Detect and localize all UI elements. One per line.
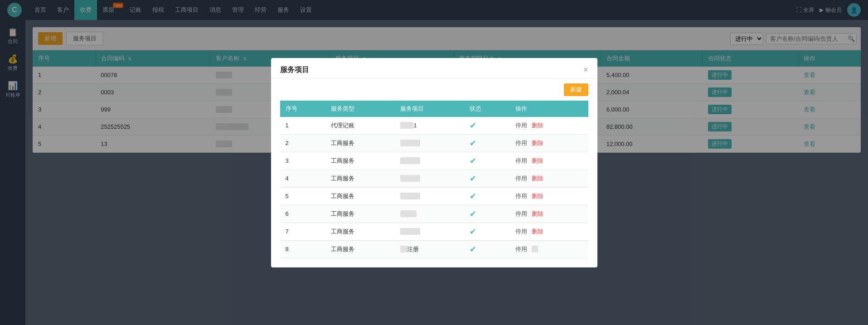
modal-table-row: 3 工商服务 ✔ 停用 删除	[280, 152, 588, 170]
modal-cell-type: 工商服务	[325, 134, 395, 152]
modal-col-type: 服务类型	[325, 101, 395, 117]
modal-table-header: 序号 服务类型 服务项目 状态 操作	[280, 101, 588, 117]
modal-toolbar: 新建	[271, 79, 597, 101]
modal-cell-type: 工商服务	[325, 187, 395, 205]
modal-col-item: 服务项目	[395, 101, 464, 117]
stop-link[interactable]: 停用	[515, 140, 527, 146]
modal-table-row: 7 工商服务 ✔ 停用 删除	[280, 223, 588, 240]
modal-cell-action[interactable]: 停用	[510, 240, 588, 258]
modal-cell-seq: 7	[280, 223, 326, 240]
stop-link[interactable]: 停用	[515, 210, 527, 217]
delete-link[interactable]: 删除	[532, 122, 543, 129]
status-check-icon: ✔	[470, 209, 476, 218]
modal-cell-seq: 4	[280, 170, 326, 187]
modal-cell-status: ✔	[464, 170, 510, 187]
modal-overlay[interactable]: 服务项目 × 新建 序号 服务类型 服务项目 状态 操作 1 代理记账	[0, 0, 868, 325]
modal-cell-seq: 1	[280, 117, 326, 135]
modal-cell-item	[395, 223, 464, 240]
modal-table-row: 8 工商服务 注册 ✔ 停用	[280, 240, 588, 258]
stop-link[interactable]: 停用	[515, 246, 527, 252]
status-check-icon: ✔	[470, 192, 476, 201]
modal-table-row: 2 工商服务 ✔ 停用 删除	[280, 134, 588, 152]
modal-cell-type: 工商服务	[325, 170, 395, 187]
modal-cell-status: ✔	[464, 240, 510, 258]
modal-cell-action[interactable]: 停用 删除	[510, 117, 588, 135]
modal-cell-action[interactable]: 停用 删除	[510, 152, 588, 170]
modal-body: 序号 服务类型 服务项目 状态 操作 1 代理记账 1 ✔ 停用 删除 2 工商…	[271, 101, 597, 267]
modal-table-row: 5 工商服务 ✔ 停用 删除	[280, 187, 588, 205]
delete-link[interactable]: 删除	[532, 140, 543, 146]
status-check-icon: ✔	[470, 121, 476, 130]
delete-link[interactable]: 删除	[532, 157, 543, 164]
stop-link[interactable]: 停用	[515, 228, 527, 235]
status-check-icon: ✔	[470, 245, 476, 254]
modal-cell-seq: 3	[280, 152, 326, 170]
modal-cell-item: 1	[395, 117, 464, 135]
modal-cell-seq: 5	[280, 187, 326, 205]
stop-link[interactable]: 停用	[515, 175, 527, 182]
modal-cell-action[interactable]: 停用 删除	[510, 223, 588, 240]
modal-cell-type: 工商服务	[325, 223, 395, 240]
delete-link[interactable]: 删除	[532, 175, 543, 182]
modal-cell-seq: 6	[280, 205, 326, 223]
modal-col-action: 操作	[510, 101, 588, 117]
modal-cell-seq: 8	[280, 240, 326, 258]
delete-link[interactable]: 删除	[532, 193, 543, 199]
modal-cell-status: ✔	[464, 152, 510, 170]
modal-header: 服务项目 ×	[271, 58, 597, 79]
modal-cell-item	[395, 205, 464, 223]
modal-cell-seq: 2	[280, 134, 326, 152]
modal-cell-type: 工商服务	[325, 205, 395, 223]
modal-cell-type: 工商服务	[325, 152, 395, 170]
stop-link[interactable]: 停用	[515, 122, 527, 129]
status-check-icon: ✔	[470, 156, 476, 165]
modal-cell-item	[395, 134, 464, 152]
modal-cell-item: 注册	[395, 240, 464, 258]
modal-cell-item	[395, 170, 464, 187]
status-check-icon: ✔	[470, 139, 476, 148]
modal-col-seq: 序号	[280, 101, 326, 117]
modal-cell-action[interactable]: 停用 删除	[510, 205, 588, 223]
modal-cell-type: 工商服务	[325, 240, 395, 258]
modal-cell-action[interactable]: 停用 删除	[510, 187, 588, 205]
service-items-modal: 服务项目 × 新建 序号 服务类型 服务项目 状态 操作 1 代理记账	[271, 58, 597, 267]
modal-cell-status: ✔	[464, 117, 510, 135]
modal-table-row: 6 工商服务 ✔ 停用 删除	[280, 205, 588, 223]
modal-cell-action[interactable]: 停用 删除	[510, 134, 588, 152]
service-items-table: 序号 服务类型 服务项目 状态 操作 1 代理记账 1 ✔ 停用 删除 2 工商…	[280, 101, 588, 258]
modal-table-body: 1 代理记账 1 ✔ 停用 删除 2 工商服务 ✔ 停用 删除 3 工商服务 ✔…	[280, 117, 588, 258]
stop-link[interactable]: 停用	[515, 157, 527, 164]
modal-table-row: 1 代理记账 1 ✔ 停用 删除	[280, 117, 588, 135]
modal-table-row: 4 工商服务 ✔ 停用 删除	[280, 170, 588, 187]
stop-link[interactable]: 停用	[515, 193, 527, 199]
modal-new-button[interactable]: 新建	[564, 83, 588, 96]
modal-cell-item	[395, 187, 464, 205]
status-check-icon: ✔	[470, 174, 476, 183]
modal-close-button[interactable]: ×	[583, 66, 588, 74]
modal-cell-status: ✔	[464, 187, 510, 205]
modal-cell-status: ✔	[464, 134, 510, 152]
modal-title: 服务项目	[280, 65, 309, 75]
modal-cell-item	[395, 152, 464, 170]
modal-cell-type: 代理记账	[325, 117, 395, 135]
modal-cell-status: ✔	[464, 205, 510, 223]
modal-cell-action[interactable]: 停用 删除	[510, 170, 588, 187]
modal-col-status: 状态	[464, 101, 510, 117]
status-check-icon: ✔	[470, 227, 476, 236]
modal-cell-status: ✔	[464, 223, 510, 240]
delete-link[interactable]: 删除	[532, 210, 543, 217]
delete-link[interactable]: 删除	[532, 228, 543, 235]
